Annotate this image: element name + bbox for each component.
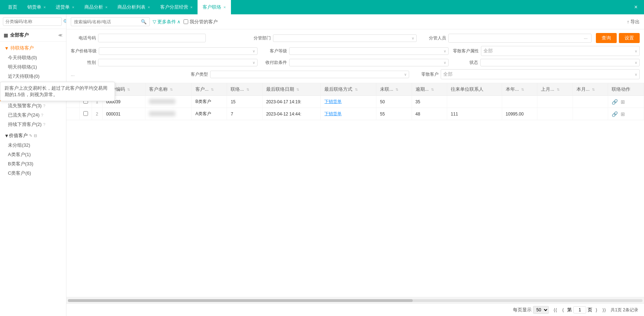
lastmonth-sort-icon[interactable]: ⇅ (557, 88, 560, 91)
main-search-input[interactable] (74, 19, 141, 24)
settings-button[interactable]: 设置 (619, 33, 640, 43)
sidebar-search-input[interactable] (3, 17, 62, 26)
col-this-month[interactable]: 本月... ⇅ (573, 83, 608, 96)
customer-type-select[interactable]: ∨ (210, 71, 409, 78)
query-button[interactable]: 查询 (596, 33, 617, 43)
per-page-selector: 每页显示 50 (513, 306, 549, 314)
row2-grid-icon[interactable]: ⊞ (621, 111, 625, 117)
my-customer-checkbox[interactable] (184, 19, 188, 24)
col-last-month[interactable]: 上月... ⇅ (537, 83, 573, 96)
sidebar-item-continuous-down[interactable]: 持续下滑客户(2) ? (0, 120, 66, 129)
table-row: 2 000031 ████████ A类客户 7 2023-04-12 14:4… (66, 108, 644, 120)
row1-grid-icon[interactable]: ⊞ (621, 99, 625, 105)
col-partner[interactable]: 往来单位联系人 (447, 83, 502, 96)
nav-analysis[interactable]: 商品分析 × (79, 0, 112, 14)
nav-analysis-list[interactable]: 商品分析列表 × (112, 0, 155, 14)
sidebar-all-customers[interactable]: ▦ 全部客户 ≪ (0, 29, 66, 42)
level-sort-icon[interactable]: ⇅ (211, 88, 214, 91)
col-last-method[interactable]: 最后联络方式 ⇅ (321, 83, 376, 96)
dept-select[interactable]: ∨ (273, 34, 416, 42)
nav-customer-contact[interactable]: 客户联络 × (198, 0, 231, 14)
page-number-input[interactable] (573, 306, 586, 313)
col-name[interactable]: 客户名称 ⇅ (145, 83, 191, 96)
row2-link-icon[interactable]: 🔗 (612, 111, 618, 117)
name-sort-icon[interactable]: ⇅ (170, 88, 173, 91)
code-sort-icon[interactable]: ⇅ (127, 88, 130, 91)
col-unlinkd[interactable]: 未联... ⇅ (376, 83, 412, 96)
already-lost-help-icon[interactable]: ? (41, 113, 43, 117)
value-edit-icon[interactable]: ✎ (29, 133, 32, 138)
row2-select-checkbox[interactable] (83, 111, 88, 116)
sidebar-search-icon[interactable]: 🔍 (63, 19, 66, 24)
row1-name-blurred: ████████ (149, 99, 176, 104)
nav-sales-close[interactable]: × (43, 5, 46, 9)
overdue-sort-icon[interactable]: ⇅ (431, 88, 434, 91)
nav-sales[interactable]: 销货单 × (22, 0, 51, 14)
last-page-btn[interactable]: ⟩⟩ (601, 307, 608, 313)
manager-more-icon[interactable]: ··· (584, 36, 588, 41)
unlinkd-sort-icon[interactable]: ⇅ (395, 88, 398, 91)
sidebar-item-7days[interactable]: 近7天待联络(0) (0, 72, 66, 81)
col-this-year[interactable]: 本年... ⇅ (502, 83, 537, 96)
sidebar-item-class-c[interactable]: C类客户(6) (0, 169, 66, 178)
retail-attr-select[interactable]: 全部 ∨ (481, 46, 640, 56)
col-level[interactable]: 客户... ⇅ (191, 83, 227, 96)
payment-select[interactable]: ∨ (289, 59, 449, 66)
nav-customer-segment-close[interactable]: × (190, 5, 193, 9)
method-sort-icon[interactable]: ⇅ (355, 88, 358, 91)
gender-select[interactable]: ∨ (98, 59, 258, 66)
first-page-btn[interactable]: ⟨⟨ (552, 307, 559, 313)
sidebar-item-lost-warn[interactable]: 流失预警客户(3) ? (0, 101, 66, 110)
sidebar-collapse-btn[interactable]: ≪ (58, 33, 62, 38)
row2-last-method[interactable]: 下销货单 (321, 108, 376, 120)
more-filter-dots[interactable]: ... (71, 72, 75, 77)
col-contact-count[interactable]: 联络... ⇅ (227, 83, 263, 96)
col-last-date[interactable]: 最后联络日期 ⇅ (262, 83, 321, 96)
status-select[interactable]: ∨ (480, 59, 640, 66)
lost-warn-help-icon[interactable]: ? (43, 104, 45, 108)
nav-purchase-close[interactable]: × (72, 5, 74, 9)
year-sort-icon[interactable]: ⇅ (521, 88, 524, 91)
customer-level-select[interactable]: ∨ (289, 47, 449, 55)
contact-sort-icon[interactable]: ⇅ (246, 88, 249, 91)
manager-select[interactable]: ··· (448, 34, 592, 43)
more-filter-btn[interactable]: ▽ 更多条件 ∧ (153, 19, 181, 25)
nav-analysis-close[interactable]: × (105, 5, 107, 9)
customer-type-arrow: ∨ (404, 72, 407, 76)
horizontal-scrollbar[interactable] (66, 297, 644, 303)
sidebar-item-tomorrow[interactable]: 明天待联络(1) (0, 62, 66, 72)
nav-customer-segment[interactable]: 客户分层经营 × (155, 0, 198, 14)
price-level-select[interactable]: ∨ (99, 47, 258, 55)
row2-level: A类客户 (191, 108, 227, 120)
filter-phone: 电话号码 (71, 34, 241, 42)
sidebar-item-class-a[interactable]: A类客户(1) (0, 150, 66, 159)
sidebar-value-title[interactable]: ▼ 价值客户 ✎ ⊟ (0, 131, 66, 141)
nav-purchase[interactable]: 进货单 × (51, 0, 79, 14)
sidebar-item-today[interactable]: 今天待联络(0) (0, 53, 66, 62)
thismonth-sort-icon[interactable]: ⇅ (592, 88, 595, 91)
export-btn[interactable]: ↑ 导出 (627, 19, 640, 25)
prev-page-btn[interactable]: ⟨ (560, 307, 566, 313)
window-close-btn[interactable]: × (631, 4, 641, 10)
nav-customer-contact-close[interactable]: × (223, 5, 226, 9)
col-overdue[interactable]: 逾期... ⇅ (412, 83, 447, 96)
nav-analysis-list-close[interactable]: × (148, 5, 150, 9)
row1-last-method[interactable]: 下销货单 (321, 96, 376, 108)
phone-input[interactable] (98, 34, 206, 42)
continuous-down-help-icon[interactable]: ? (43, 122, 45, 127)
nav-home[interactable]: 首页 (3, 0, 22, 14)
row2-this-month (573, 108, 608, 120)
sidebar-item-class-b[interactable]: B类客户(33) (0, 159, 66, 169)
sidebar-pending-title[interactable]: ▼ 待联络客户 (0, 43, 66, 53)
next-page-btn[interactable]: ⟩ (594, 307, 599, 313)
sidebar-item-ungrouped[interactable]: 未分组(32) (0, 141, 66, 150)
per-page-select[interactable]: 50 (533, 306, 549, 314)
row1-link-icon[interactable]: 🔗 (612, 99, 618, 105)
main-search-icon[interactable]: 🔍 (141, 19, 147, 24)
scroll-thumb[interactable] (68, 299, 413, 302)
value-settings-icon[interactable]: ⊟ (34, 133, 37, 138)
row2-name-blurred: ████████ (149, 111, 176, 116)
date-sort-icon[interactable]: ⇅ (296, 88, 299, 91)
sidebar-item-already-lost[interactable]: 已流失客户(24) ? (0, 110, 66, 120)
retail-customer-select[interactable]: 全部 ∨ (441, 69, 640, 79)
